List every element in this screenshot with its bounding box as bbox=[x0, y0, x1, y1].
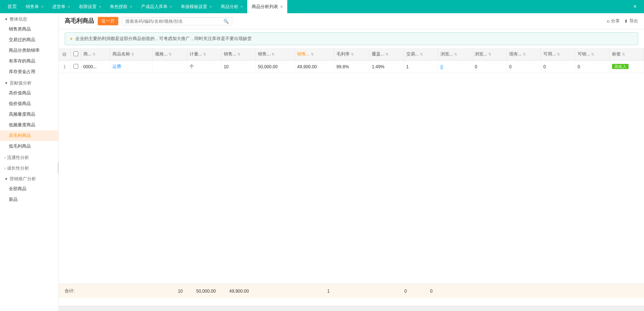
col-current-stock-header[interactable]: 现有... ⇅ bbox=[507, 48, 541, 61]
col-spec-header[interactable]: 规格... ⇅ bbox=[153, 48, 187, 61]
col-cover-header[interactable]: 覆盖... ⇅ bbox=[370, 48, 404, 61]
cover-sort-icon: ⇅ bbox=[385, 52, 388, 56]
unit-sort-icon: ⇅ bbox=[203, 52, 206, 56]
filter-month-btn[interactable]: 近一月 bbox=[98, 17, 118, 25]
footer-browse1-spacer bbox=[332, 289, 357, 294]
data-table: ⚙ 商... ⇅ 商品名称 bbox=[59, 48, 644, 73]
current-stock-sort-icon: ⇅ bbox=[523, 52, 526, 56]
close-purchase-tab[interactable]: × bbox=[68, 4, 70, 9]
close-analysis-list-tab[interactable]: × bbox=[280, 4, 283, 9]
share-btn[interactable]: ⎋ 分享 bbox=[607, 18, 620, 24]
sales-cost-sort-icon: ⇅ bbox=[311, 52, 314, 56]
close-role-tab[interactable]: × bbox=[130, 4, 132, 9]
col-sales-amount-header[interactable]: 销售... ⇅ bbox=[256, 48, 295, 61]
footer-values: 10 50,000.00 49,900.00 1 0 0 bbox=[82, 289, 435, 294]
row-select-checkbox[interactable] bbox=[73, 64, 78, 69]
info-banner: ✦ 企业的主要的利润都是这部分商品创造的，可考虑加大推广，同时关注库存是不要出现… bbox=[65, 32, 638, 45]
nav-home[interactable]: 首页 bbox=[3, 0, 21, 13]
sidebar-group-growth[interactable]: › 成长性分析 bbox=[0, 162, 58, 173]
row-sales-amount: 50,000.00 bbox=[256, 61, 295, 73]
tag-sort-icon: ⇅ bbox=[622, 52, 625, 56]
sidebar-group-flow[interactable]: › 流通性分析 bbox=[0, 152, 58, 162]
col-tag-header[interactable]: 标签 ⇅ bbox=[609, 48, 644, 61]
export-icon: ⬆ bbox=[624, 19, 628, 24]
col-trade-header[interactable]: 交易... ⇅ bbox=[404, 48, 438, 61]
sidebar-item-high-value[interactable]: 高价值商品 bbox=[0, 88, 58, 98]
close-sales-tab[interactable]: × bbox=[41, 4, 43, 9]
top-navigation: 首页 销售单 × 进货单 × 权限设置 × 角色授权 × 产成品入库单 × 单据… bbox=[0, 0, 644, 13]
footer-bar: 合计: 10 50,000.00 49,900.00 1 0 0 bbox=[59, 284, 644, 298]
sidebar-item-sales-goods[interactable]: 销售类商品 bbox=[0, 24, 58, 35]
sidebar-item-high-margin[interactable]: 高毛利商品 bbox=[0, 130, 58, 141]
sidebar-item-category-assist[interactable]: 商品分类助销率 bbox=[0, 45, 58, 56]
col-margin-header[interactable]: 毛利率 ⇅ bbox=[334, 48, 370, 61]
settings-icon[interactable]: ⚙ bbox=[62, 51, 67, 57]
table-wrapper: ⚙ 商... ⇅ 商品名称 bbox=[59, 48, 644, 311]
nav-template[interactable]: 单据模板设置 × bbox=[176, 0, 216, 13]
col-sales-cost-header[interactable]: 销售... ⇅ bbox=[295, 48, 334, 61]
col-available-header[interactable]: 可用... ⇅ bbox=[541, 48, 575, 61]
col-settings[interactable]: ⚙ bbox=[59, 48, 71, 61]
close-warehouse-tab[interactable]: × bbox=[170, 4, 172, 9]
spec-sort-icon: ⇅ bbox=[169, 52, 172, 56]
col-browse2-header[interactable]: 浏览... ⇅ bbox=[472, 48, 507, 61]
sidebar-item-low-value[interactable]: 低价值商品 bbox=[0, 98, 58, 109]
search-icon[interactable]: 🔍 bbox=[223, 19, 229, 24]
col-name-header[interactable]: 商品名称 ⇅ bbox=[110, 48, 153, 61]
sidebar-item-all-goods[interactable]: 全部商品 bbox=[0, 184, 58, 194]
sidebar-collapse-btn[interactable]: « bbox=[58, 162, 59, 173]
footer-trade-count: 1 bbox=[306, 289, 332, 294]
nav-purchase[interactable]: 进货单 × bbox=[48, 0, 74, 13]
nav-warehouse[interactable]: 产成品入库单 × bbox=[137, 0, 176, 13]
footer-sales-qty bbox=[82, 289, 155, 294]
col-checkbox bbox=[71, 48, 81, 61]
header-actions: ⎋ 分享 ⬆ 导出 bbox=[607, 18, 638, 24]
page-title: 高毛利商品 bbox=[65, 17, 94, 25]
sidebar-item-traded-goods[interactable]: 交易过的商品 bbox=[0, 35, 58, 45]
export-btn[interactable]: ⬆ 导出 bbox=[624, 18, 638, 24]
row-spec bbox=[153, 61, 187, 73]
sidebar-item-new-goods[interactable]: 新品 bbox=[0, 194, 58, 205]
nav-permission[interactable]: 权限设置 × bbox=[75, 0, 105, 13]
sidebar-item-high-freq-high[interactable]: 高频量度商品 bbox=[0, 109, 58, 120]
col-code-header[interactable]: 商... ⇅ bbox=[81, 48, 110, 61]
footer-current-stock: 0 bbox=[383, 289, 409, 294]
row-name[interactable]: 运费 bbox=[110, 61, 153, 73]
close-permission-tab[interactable]: × bbox=[99, 4, 101, 9]
nav-sales[interactable]: 销售单 × bbox=[21, 0, 48, 13]
sidebar-group-marketing[interactable]: ▼ 营销推广分析 bbox=[0, 173, 58, 184]
search-box: 🔍 bbox=[122, 17, 232, 25]
sales-qty-sort-icon: ⇅ bbox=[237, 52, 240, 56]
bottom-scrollbar[interactable] bbox=[59, 306, 644, 311]
trade-sort-icon: ⇅ bbox=[420, 52, 423, 56]
saleable-sort-icon: ⇅ bbox=[591, 52, 594, 56]
close-template-tab[interactable]: × bbox=[209, 4, 212, 9]
sidebar-group-financial[interactable]: ▼ 贡献值分析 bbox=[0, 77, 58, 88]
row-unit: 个 bbox=[187, 61, 221, 73]
row-tag: 高收入 bbox=[609, 61, 644, 73]
sidebar-item-low-margin[interactable]: 低毛利商品 bbox=[0, 141, 58, 152]
table-header-row: ⚙ 商... ⇅ 商品名称 bbox=[59, 48, 644, 61]
sidebar-item-high-freq-low[interactable]: 低频量度商品 bbox=[0, 120, 58, 130]
col-saleable-header[interactable]: 可销... ⇅ bbox=[575, 48, 609, 61]
sidebar-group-overall[interactable]: ▼ 整体信息 bbox=[0, 13, 58, 24]
sidebar-item-capital-occupy[interactable]: 库存资金占用 bbox=[0, 66, 58, 77]
close-analysis-tab[interactable]: × bbox=[241, 4, 243, 9]
sidebar-item-stock-goods[interactable]: 有库存的商品 bbox=[0, 56, 58, 66]
share-icon: ⎋ bbox=[607, 19, 609, 24]
table-row: 1 0000... 运费 个 10 50,000.00 49,900.00 99… bbox=[59, 61, 644, 73]
col-unit-header[interactable]: 计量... ⇅ bbox=[187, 48, 221, 61]
sidebar: « ▼ 整体信息 销售类商品 交易过的商品 商品分类助销率 有库存的商品 库存资… bbox=[0, 13, 59, 311]
search-input[interactable] bbox=[125, 19, 223, 24]
nav-analysis-list[interactable]: 商品分析列表 × bbox=[247, 0, 287, 13]
select-all-checkbox[interactable] bbox=[73, 51, 78, 56]
col-sales-qty-header[interactable]: 销售... ⇅ bbox=[221, 48, 255, 61]
footer-sales-cost: 49,900.00 bbox=[218, 289, 251, 294]
nav-role[interactable]: 角色授权 × bbox=[105, 0, 136, 13]
col-browse1-header[interactable]: 浏览... ⇅ bbox=[438, 48, 472, 61]
browse1-link[interactable]: 0 bbox=[440, 64, 443, 69]
nav-analysis[interactable]: 商品分析 × bbox=[216, 0, 247, 13]
browse2-sort-icon: ⇅ bbox=[488, 52, 491, 56]
window-close-button[interactable]: × bbox=[629, 3, 641, 10]
sales-amount-sort-icon: ⇅ bbox=[271, 52, 274, 56]
